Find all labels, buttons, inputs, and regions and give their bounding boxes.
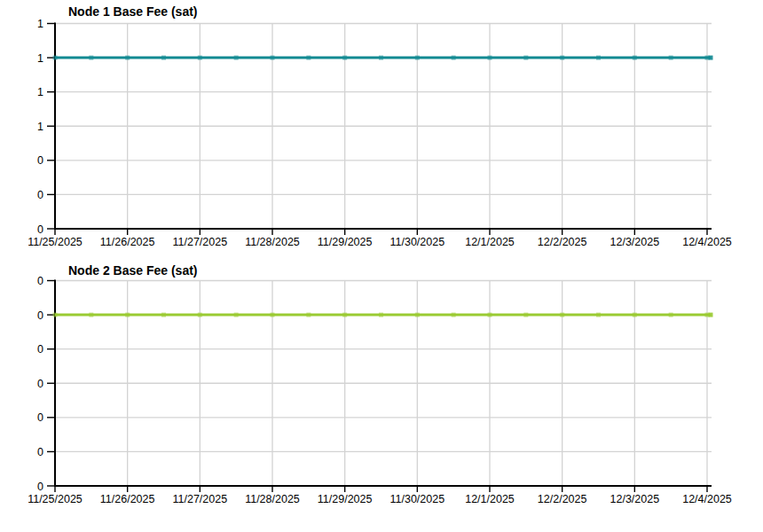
x-tick-label: 11/25/2025 bbox=[28, 493, 83, 505]
x-tick-label: 11/25/2025 bbox=[28, 236, 83, 248]
series-marker bbox=[669, 56, 673, 60]
x-tick-label: 11/30/2025 bbox=[390, 236, 445, 248]
series-marker bbox=[198, 313, 202, 317]
x-tick-label: 12/3/2025 bbox=[610, 236, 660, 248]
series-marker bbox=[89, 313, 93, 317]
series-marker bbox=[633, 56, 637, 60]
y-tick-label: 1 bbox=[37, 86, 43, 98]
series-marker bbox=[560, 56, 564, 60]
series-marker bbox=[379, 56, 383, 60]
series-marker bbox=[89, 56, 93, 60]
series-marker bbox=[560, 313, 564, 317]
base-fee-dashboard: Node 1 Base Fee (sat) 111100011/25/20251… bbox=[0, 0, 763, 532]
x-tick-label: 11/27/2025 bbox=[173, 493, 228, 505]
series-marker bbox=[379, 313, 383, 317]
x-tick-label: 11/27/2025 bbox=[173, 236, 228, 248]
y-tick-label: 0 bbox=[37, 309, 43, 322]
x-tick-label: 11/29/2025 bbox=[318, 493, 373, 505]
node1-base-fee-chart: 111100011/25/202511/26/202511/27/202511/… bbox=[0, 0, 763, 257]
x-tick-label: 11/30/2025 bbox=[390, 493, 445, 505]
series-marker bbox=[452, 313, 456, 317]
x-tick-label: 12/2/2025 bbox=[538, 493, 587, 505]
series-marker bbox=[342, 313, 347, 317]
x-tick-label: 12/1/2025 bbox=[465, 236, 515, 248]
series-marker bbox=[234, 56, 239, 60]
series-marker bbox=[306, 313, 311, 317]
series-marker bbox=[709, 313, 713, 317]
series-marker bbox=[125, 313, 130, 317]
series-marker bbox=[271, 313, 275, 317]
series-marker bbox=[488, 313, 492, 317]
x-tick-label: 11/28/2025 bbox=[245, 236, 300, 248]
series-marker bbox=[709, 56, 713, 60]
node2-base-fee-chart: 000000011/25/202511/26/202511/27/202511/… bbox=[0, 257, 763, 523]
y-tick-label: 1 bbox=[37, 52, 43, 65]
series-marker bbox=[53, 56, 58, 60]
y-tick-label: 0 bbox=[37, 189, 43, 201]
series-marker bbox=[306, 56, 311, 60]
x-tick-label: 11/26/2025 bbox=[100, 493, 155, 505]
y-tick-label: 0 bbox=[37, 411, 43, 424]
x-tick-label: 11/29/2025 bbox=[318, 236, 373, 248]
x-tick-label: 12/1/2025 bbox=[465, 493, 515, 505]
series-marker bbox=[53, 313, 58, 317]
y-tick-label: 0 bbox=[37, 343, 43, 356]
y-tick-label: 0 bbox=[37, 223, 43, 236]
series-marker bbox=[415, 313, 420, 317]
y-tick-label: 0 bbox=[37, 275, 43, 287]
series-marker bbox=[234, 313, 239, 317]
y-tick-label: 0 bbox=[37, 378, 43, 390]
y-tick-label: 0 bbox=[37, 481, 43, 493]
series-marker bbox=[452, 56, 456, 60]
series-marker bbox=[271, 56, 275, 60]
series-marker bbox=[161, 313, 166, 317]
series-marker bbox=[523, 313, 528, 317]
series-marker bbox=[596, 313, 601, 317]
series-marker bbox=[596, 56, 601, 60]
x-tick-label: 12/2/2025 bbox=[538, 236, 587, 248]
series-marker bbox=[633, 313, 637, 317]
series-marker bbox=[523, 56, 528, 60]
y-tick-label: 1 bbox=[37, 18, 43, 30]
x-tick-label: 12/4/2025 bbox=[682, 493, 732, 505]
series-marker bbox=[415, 56, 420, 60]
series-marker bbox=[161, 56, 166, 60]
series-marker bbox=[125, 56, 130, 60]
series-marker bbox=[669, 313, 673, 317]
series-marker bbox=[198, 56, 202, 60]
y-tick-label: 0 bbox=[37, 154, 43, 167]
x-tick-label: 12/3/2025 bbox=[610, 493, 660, 505]
x-tick-label: 11/26/2025 bbox=[100, 236, 155, 248]
y-tick-label: 0 bbox=[37, 446, 43, 458]
x-tick-label: 12/4/2025 bbox=[682, 236, 732, 248]
series-marker bbox=[342, 56, 347, 60]
y-tick-label: 1 bbox=[37, 121, 43, 133]
series-marker bbox=[488, 56, 492, 60]
x-tick-label: 11/28/2025 bbox=[245, 493, 300, 505]
